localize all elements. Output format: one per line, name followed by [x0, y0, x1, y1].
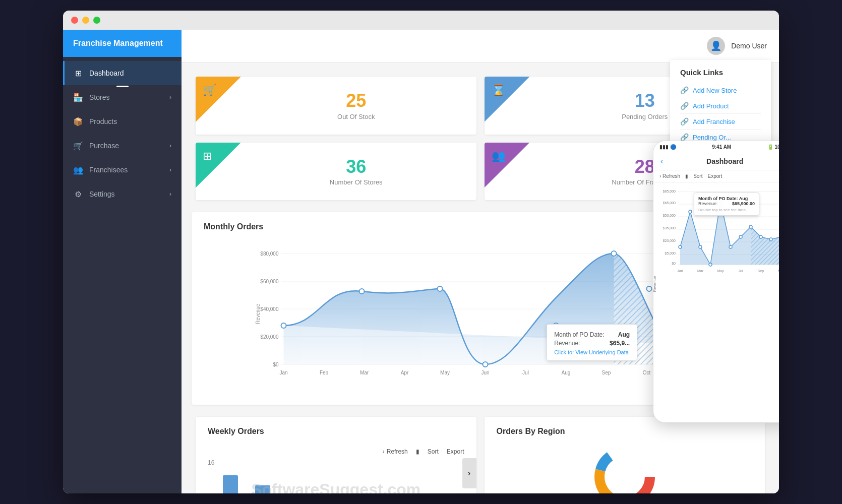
mobile-dot-9 [759, 235, 762, 238]
sidebar-nav: ⊞ Dashboard 🏪 Stores › 📦 Products 🛒 [63, 57, 182, 206]
main-content: 👤 Demo User 🛒 25 Out Of Stock [182, 30, 779, 493]
quick-links-title: Quick Links [680, 68, 761, 77]
browser-dot-yellow[interactable] [82, 17, 89, 24]
quick-link-add-product[interactable]: 🔗 Add Product [680, 98, 761, 114]
mobile-dot-8 [749, 225, 752, 228]
mobile-tooltip-revenue-label: Revenue: [698, 201, 718, 206]
sidebar-logo: Franchise Management [63, 30, 182, 57]
weekly-orders-card: Weekly Orders › Refresh ▮ Sort Export So… [196, 417, 476, 493]
mobile-tooltip-footer: Double tap to see the data [698, 208, 755, 212]
user-name: Demo User [731, 42, 767, 50]
weekly-y-value: 16 [208, 459, 214, 466]
link-icon-1: 🔗 [680, 102, 689, 110]
sidebar-item-dashboard[interactable]: ⊞ Dashboard [63, 61, 182, 85]
y-axis-label: Revenue [255, 304, 261, 324]
quick-link-label-3: Pending Or... [693, 134, 731, 141]
svg-text:Mar: Mar [360, 370, 369, 375]
svg-text:Jan: Jan [279, 370, 287, 375]
mobile-dot-6 [729, 245, 732, 248]
svg-text:Nov: Nov [778, 269, 779, 273]
sidebar-item-stores[interactable]: 🏪 Stores › [63, 85, 182, 109]
weekly-refresh-btn[interactable]: › Refresh [383, 448, 408, 455]
sidebar-item-label-products: Products [89, 117, 117, 125]
out-of-stock-number: 25 [248, 91, 464, 111]
mobile-dashboard-title: Dashboard [706, 157, 743, 165]
weekly-bar-3 [255, 485, 270, 493]
mobile-back-btn[interactable]: ‹ [660, 157, 663, 166]
products-icon: 📦 [73, 116, 83, 127]
svg-text:$50,000: $50,000 [663, 214, 676, 217]
user-avatar: 👤 [707, 37, 725, 55]
mobile-sort-btn[interactable]: Sort [693, 173, 702, 179]
svg-text:Feb: Feb [320, 370, 329, 375]
sidebar-item-label-franchisees: Franchisees [89, 166, 128, 174]
out-of-stock-content: 25 Out Of Stock [248, 91, 464, 120]
quick-link-add-store[interactable]: 🔗 Add New Store [680, 83, 761, 98]
weekly-bar-1 [223, 475, 238, 493]
region-orders-card: Orders By Region › [485, 417, 765, 493]
svg-text:$0: $0 [672, 262, 676, 265]
sidebar-item-franchisees[interactable]: 👥 Franchisees › [63, 158, 182, 182]
stores-number: 36 [248, 157, 464, 177]
mobile-toolbar: › Refresh ▮ Sort Export [653, 170, 779, 182]
weekly-expand-handle[interactable]: › [462, 458, 476, 488]
mobile-export-btn[interactable]: Export [707, 173, 722, 179]
svg-text:Jun: Jun [481, 370, 489, 375]
pending-orders-triangle: ⌛ [485, 77, 530, 122]
sidebar-item-label-dashboard: Dashboard [89, 69, 124, 77]
link-icon-3: 🔗 [680, 133, 689, 141]
svg-text:Aug: Aug [562, 370, 571, 375]
svg-text:Jan: Jan [677, 269, 683, 273]
svg-text:Jul: Jul [739, 269, 743, 273]
weekly-sort-btn[interactable]: Sort [428, 448, 439, 455]
dot-mar [438, 286, 443, 291]
cart-icon: 🛒 [203, 84, 216, 97]
mobile-battery: 🔋 100% [767, 144, 779, 150]
sidebar-item-purchase[interactable]: 🛒 Purchase › [63, 134, 182, 158]
dot-feb [359, 289, 365, 294]
mobile-bar-btn[interactable]: ▮ [685, 173, 688, 179]
sidebar-item-settings[interactable]: ⚙ Settings › [63, 182, 182, 206]
dot-jul [629, 337, 634, 342]
purchase-icon: 🛒 [73, 141, 83, 151]
dashboard-icon: ⊞ [73, 68, 83, 78]
weekly-chart-toolbar: › Refresh ▮ Sort Export [208, 448, 464, 455]
mobile-tooltip-date: Month of PO Date: Aug [698, 196, 755, 201]
weekly-export-btn[interactable]: Export [447, 448, 464, 455]
svg-text:May: May [440, 370, 450, 375]
browser-dot-green[interactable] [93, 17, 100, 24]
svg-text:$20,000: $20,000 [260, 334, 279, 340]
group-icon: 👥 [492, 150, 505, 163]
watermark: SoftwareSuggest.com [251, 480, 420, 493]
weekly-chart-title: Weekly Orders [208, 427, 264, 436]
mobile-refresh-btn[interactable]: › Refresh [659, 173, 680, 179]
stat-card-out-of-stock: 🛒 25 Out Of Stock [196, 77, 476, 135]
svg-text:$60,000: $60,000 [260, 279, 279, 284]
quick-link-add-franchise[interactable]: 🔗 Add Franchise [680, 114, 761, 130]
mobile-dot-4 [709, 263, 712, 266]
browser-window: Franchise Management ⊞ Dashboard 🏪 Store… [63, 11, 779, 493]
dot-jun [612, 251, 617, 256]
weekly-bar-btn[interactable]: ▮ [416, 448, 419, 455]
out-of-stock-triangle: 🛒 [196, 77, 241, 122]
mobile-signal: ▮▮▮ 🔵 [659, 144, 676, 150]
quick-link-label-1: Add Product [693, 102, 729, 110]
mobile-dot-3 [699, 245, 702, 248]
svg-text:$35,000: $35,000 [663, 226, 676, 230]
sidebar-item-label-purchase: Purchase [89, 142, 119, 150]
mobile-y-axis-label: Revenue [653, 276, 657, 292]
sidebar-item-products[interactable]: 📦 Products [63, 109, 182, 134]
svg-text:$85,000: $85,000 [663, 190, 676, 193]
region-chart-title: Orders By Region [497, 427, 753, 436]
mobile-tooltip-revenue-value: $65,900.00 [732, 201, 755, 206]
quick-link-label-2: Add Franchise [693, 118, 735, 125]
svg-text:Sep: Sep [758, 269, 764, 273]
mobile-dot-7 [739, 235, 742, 238]
svg-text:Sep: Sep [602, 370, 611, 375]
mobile-dot-2 [689, 210, 692, 213]
svg-text:$40,000: $40,000 [260, 306, 279, 312]
link-icon-0: 🔗 [680, 86, 689, 94]
franchisees-icon: 👥 [73, 165, 83, 175]
browser-dot-red[interactable] [71, 17, 78, 24]
quick-link-label-0: Add New Store [693, 87, 737, 94]
